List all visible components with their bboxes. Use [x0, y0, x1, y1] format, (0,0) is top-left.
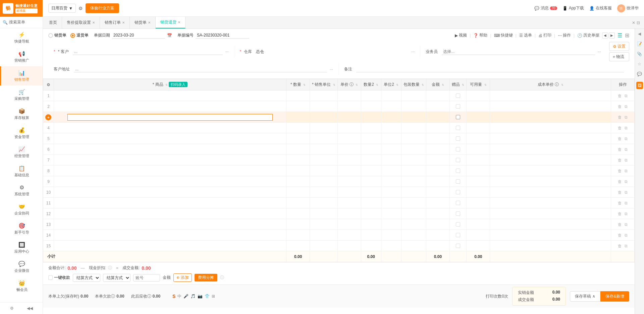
- customer-dots-icon[interactable]: ···: [225, 49, 229, 54]
- copy-row-icon[interactable]: ⧉: [625, 233, 628, 238]
- tab-close-sales-delivery[interactable]: ✕: [148, 21, 151, 24]
- settlement-method-select[interactable]: 结算方式: [73, 274, 100, 282]
- copy-row-icon[interactable]: ⧉: [625, 179, 628, 184]
- copy-row-icon[interactable]: ⧉: [625, 190, 628, 195]
- sort-goods-icon[interactable]: ⇅: [165, 83, 168, 86]
- copy-row-icon[interactable]: ⧉: [625, 201, 628, 205]
- logistics-btn[interactable]: + 物流: [609, 52, 629, 61]
- warehouse-dots-icon[interactable]: ···: [411, 49, 415, 54]
- copy-row-icon[interactable]: ⧉: [625, 211, 628, 216]
- sidebar-item-operations[interactable]: 📈 经营管理: [0, 143, 43, 162]
- delete-row-icon[interactable]: 🗑: [618, 201, 622, 205]
- one-key-payment-checkbox[interactable]: [48, 275, 53, 280]
- delete-row-icon[interactable]: 🗑: [618, 169, 622, 173]
- radio-delivery[interactable]: 销货单: [48, 33, 66, 38]
- experience-btn[interactable]: 体验行业方案: [86, 3, 119, 13]
- app-download-item[interactable]: 📱 App下载: [562, 5, 584, 11]
- col-settings[interactable]: ⚙: [43, 79, 54, 90]
- sort-price-icon[interactable]: ⇅: [356, 83, 358, 86]
- sidebar-item-system[interactable]: ⚙ 系统管理: [0, 181, 43, 200]
- tab-expand-icon[interactable]: ⊟: [637, 20, 640, 25]
- sidebar-item-appstore[interactable]: 🔲 应用中心: [0, 238, 43, 257]
- delete-row-icon[interactable]: 🗑: [618, 244, 622, 248]
- customer-input[interactable]: [73, 49, 223, 55]
- fee-split-btn[interactable]: 费用分摊: [195, 274, 217, 281]
- goods-input[interactable]: [67, 114, 273, 121]
- gift-checkbox[interactable]: [456, 222, 460, 227]
- date-input[interactable]: [112, 32, 165, 39]
- sort-amount-icon[interactable]: ⇅: [442, 83, 444, 86]
- copy-row-icon[interactable]: ⧉: [625, 244, 628, 248]
- gift-checkbox[interactable]: [456, 104, 460, 109]
- salesperson-input[interactable]: [442, 49, 595, 55]
- gift-checkbox[interactable]: [456, 147, 460, 151]
- sidebar-item-member[interactable]: 👑 畅会员: [0, 276, 43, 296]
- view-toggle-list[interactable]: ☰: [618, 32, 622, 39]
- add-btn[interactable]: ⊕ 添加: [173, 273, 192, 282]
- right-note-icon[interactable]: 📝: [637, 42, 642, 46]
- music-icon[interactable]: 🎵: [191, 294, 196, 299]
- grid-icon[interactable]: ⊞: [212, 294, 215, 299]
- online-service-item[interactable]: 👤 在线客服: [589, 5, 612, 11]
- sort-costprice-icon[interactable]: ⇅: [561, 83, 564, 86]
- account-select[interactable]: 结算方式: [103, 274, 130, 282]
- sort-available-icon[interactable]: ⇅: [484, 83, 487, 86]
- calendar-icon[interactable]: 📅: [167, 33, 172, 38]
- nav-prev[interactable]: ◀: [602, 33, 608, 39]
- sidebar-item-inventory[interactable]: 📦 库存核算: [0, 105, 43, 124]
- settings-bottom-icon[interactable]: ⚙: [10, 306, 14, 311]
- nav-next[interactable]: ▶: [609, 33, 615, 39]
- fee-help-icon[interactable]: ⓘ: [220, 275, 224, 280]
- copy-row-icon[interactable]: ⧉: [625, 222, 628, 227]
- toolbar-shortcut[interactable]: ⌨ 快捷键: [494, 33, 513, 38]
- salesperson-dots-icon[interactable]: ···: [598, 49, 601, 54]
- delete-row-icon[interactable]: 🗑: [618, 233, 622, 238]
- delete-row-icon[interactable]: 🗑: [618, 179, 622, 184]
- sidebar-item-guide[interactable]: 🎯 新手引导: [0, 219, 43, 238]
- camera-icon[interactable]: 📷: [198, 294, 203, 299]
- sidebar-item-wechat[interactable]: 💬 企业微信: [0, 257, 43, 276]
- save-new-btn[interactable]: 保存&新增: [600, 291, 629, 302]
- delete-row-icon[interactable]: 🗑: [618, 211, 622, 216]
- toolbar-operations[interactable]: ⋯ 操作: [558, 33, 571, 38]
- gift-checkbox[interactable]: [456, 233, 460, 237]
- tab-close-price-setting[interactable]: ✕: [92, 21, 95, 24]
- tab-sales-order[interactable]: 销售订单 ✕: [100, 17, 130, 28]
- delete-row-icon[interactable]: 🗑: [618, 222, 622, 227]
- tab-price-setting[interactable]: 售价提取设置 ✕: [62, 17, 100, 28]
- sidebar-search[interactable]: 🔍 搜索菜单: [0, 17, 43, 28]
- gift-checkbox[interactable]: [456, 126, 460, 130]
- collapse-icon[interactable]: ◀◀: [27, 306, 33, 311]
- gift-checkbox[interactable]: [456, 190, 460, 194]
- sort-unit-icon[interactable]: ⇅: [333, 83, 335, 86]
- copy-row-icon[interactable]: ⧉: [625, 136, 628, 141]
- copy-row-icon[interactable]: ⧉: [625, 147, 628, 152]
- gift-checkbox[interactable]: [456, 244, 460, 248]
- right-collapse-icon[interactable]: ◀: [638, 32, 641, 36]
- radio-return[interactable]: 退货单: [70, 33, 89, 38]
- toolbar-history[interactable]: 🕐 历史单据: [577, 33, 599, 38]
- account-input[interactable]: [133, 274, 160, 281]
- sidebar-item-purchase[interactable]: 🛒 采购管理: [0, 85, 43, 105]
- toolbar-print[interactable]: 🖨 打印: [538, 33, 551, 38]
- tab-close-all-icon[interactable]: ✕: [632, 20, 635, 25]
- copy-row-icon[interactable]: ⧉: [625, 126, 628, 130]
- tab-close-sales-return[interactable]: ✕: [178, 20, 180, 24]
- gift-checkbox[interactable]: [456, 158, 460, 162]
- scan-btn[interactable]: 扫码录入: [169, 82, 187, 87]
- user-item[interactable]: 徐 徐泽华: [617, 4, 639, 12]
- toolbar-help[interactable]: ❓ 帮助: [473, 33, 487, 38]
- gift-checkbox[interactable]: [456, 169, 460, 173]
- copy-row-icon[interactable]: ⧉: [625, 158, 628, 163]
- industry-dropdown[interactable]: 日用百货 ▼: [48, 4, 76, 13]
- topnav-gear-icon[interactable]: ⚙: [78, 6, 83, 11]
- gift-checkbox[interactable]: [456, 179, 460, 184]
- sort-gift-icon[interactable]: ⇅: [462, 83, 464, 86]
- gift-checkbox[interactable]: [456, 93, 460, 98]
- sidebar-item-quick-nav[interactable]: ⚡ 快捷导航: [0, 28, 43, 47]
- toolbar-select[interactable]: ☰ 选单: [519, 33, 532, 38]
- gift-checkbox[interactable]: [456, 115, 460, 119]
- address-input[interactable]: [74, 66, 327, 72]
- add-row-btn[interactable]: +: [45, 114, 51, 120]
- right-attachment-icon[interactable]: 📎: [637, 52, 642, 56]
